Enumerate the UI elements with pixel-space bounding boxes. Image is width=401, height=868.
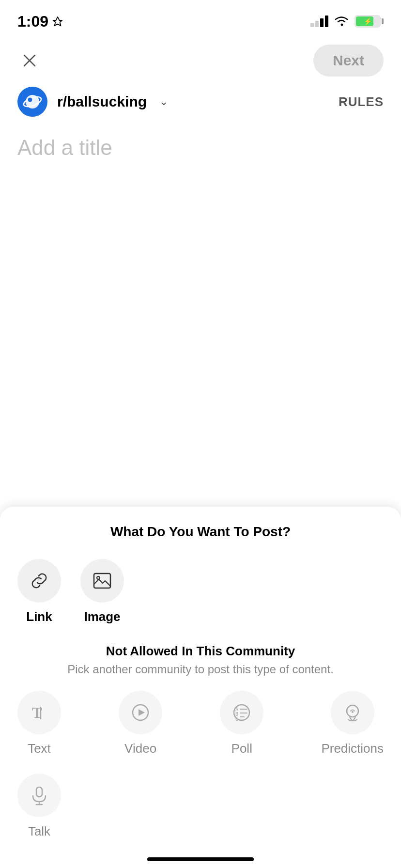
subreddit-row: r/ballsucking ⌄ RULES	[0, 82, 401, 121]
title-placeholder: Add a title	[17, 136, 112, 159]
status-bar: 1:09 ⚡	[0, 0, 401, 39]
not-allowed-title: Not Allowed In This Community	[17, 644, 384, 659]
predictions-icon-wrap	[331, 691, 374, 734]
svg-rect-20	[36, 787, 42, 797]
close-icon	[22, 53, 37, 68]
image-icon	[91, 570, 113, 592]
svg-marker-10	[139, 709, 145, 716]
poll-label: Poll	[231, 741, 252, 756]
svg-point-6	[97, 576, 100, 579]
text-icon-wrap: T	[17, 691, 61, 734]
close-button[interactable]	[17, 48, 42, 73]
status-time: 1:09	[17, 13, 63, 31]
sheet-title: What Do You Want To Post?	[17, 524, 384, 540]
allowed-post-types: Link Image	[17, 559, 384, 624]
video-label: Video	[124, 741, 156, 756]
next-button[interactable]: Next	[313, 45, 384, 77]
signal-bars-icon	[310, 16, 328, 27]
predictions-icon	[341, 701, 364, 724]
link-label: Link	[26, 609, 52, 624]
wifi-icon	[334, 16, 349, 27]
status-icons: ⚡	[310, 15, 384, 28]
planet-icon	[23, 92, 42, 111]
rules-button[interactable]: RULES	[339, 94, 384, 109]
post-type-link[interactable]: Link	[17, 559, 61, 624]
not-allowed-section: Not Allowed In This Community Pick anoth…	[17, 644, 384, 676]
svg-text:C: C	[235, 716, 238, 722]
text-label: Text	[28, 741, 51, 756]
home-indicator	[147, 857, 254, 861]
disabled-post-types: T Text Video A B C	[17, 691, 384, 756]
svg-rect-5	[94, 574, 110, 588]
talk-label: Talk	[28, 824, 50, 839]
not-allowed-subtitle: Pick another community to post this type…	[17, 663, 384, 676]
link-icon	[28, 570, 50, 592]
image-icon-wrap	[80, 559, 124, 603]
talk-icon-wrap	[17, 774, 61, 817]
post-type-talk: Talk	[17, 774, 61, 839]
post-type-poll: A B C Poll	[220, 691, 263, 756]
title-input-area[interactable]: Add a title	[0, 121, 401, 174]
post-type-text: T Text	[17, 691, 61, 756]
subreddit-name: r/ballsucking	[57, 93, 147, 110]
predictions-label: Predictions	[321, 741, 384, 756]
chevron-down-icon: ⌄	[159, 95, 168, 108]
link-icon-wrap	[17, 559, 61, 603]
video-icon-wrap	[119, 691, 162, 734]
post-type-video: Video	[119, 691, 162, 756]
location-icon	[52, 16, 63, 27]
subreddit-selector[interactable]: r/ballsucking ⌄	[17, 87, 168, 117]
time-label: 1:09	[17, 13, 48, 31]
microphone-icon	[28, 784, 50, 806]
post-type-predictions: Predictions	[321, 691, 384, 756]
bottom-sheet: What Do You Want To Post? Link Image	[0, 507, 401, 868]
poll-icon-wrap: A B C	[220, 691, 263, 734]
subreddit-avatar	[17, 87, 47, 117]
post-type-image[interactable]: Image	[80, 559, 124, 624]
image-label: Image	[84, 609, 120, 624]
svg-point-19	[352, 711, 354, 713]
content-area	[0, 174, 401, 417]
video-icon	[129, 701, 152, 724]
extra-post-types: Talk	[17, 774, 384, 839]
poll-icon: A B C	[231, 701, 253, 724]
battery-icon: ⚡	[355, 15, 384, 28]
svg-point-4	[28, 97, 32, 102]
text-icon: T	[28, 701, 50, 724]
nav-bar: Next	[0, 39, 401, 82]
